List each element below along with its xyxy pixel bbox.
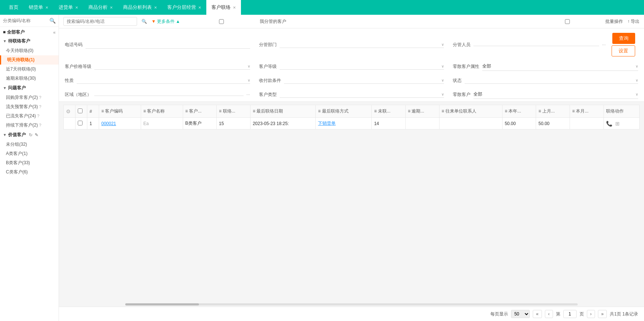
region-dots-btn[interactable]: ··· bbox=[246, 92, 250, 97]
close-icon[interactable]: ✕ bbox=[75, 6, 78, 10]
page-number-input[interactable] bbox=[563, 310, 577, 318]
sidebar-item-class-c[interactable]: C类客户(6) bbox=[0, 168, 59, 177]
table-row: 1 000021 Ea B类客户 15 2023-05-23 18:25: 下销… bbox=[64, 118, 640, 130]
query-btn[interactable]: 查询 bbox=[612, 33, 635, 44]
horizontal-scrollbar[interactable] bbox=[59, 302, 644, 307]
my-customers-checkbox[interactable]: 我分管的客户 bbox=[185, 18, 286, 25]
phone-input[interactable] bbox=[85, 41, 250, 49]
call-icon[interactable]: 📞 bbox=[606, 121, 612, 127]
price-level-select[interactable]: ∨ bbox=[94, 63, 250, 70]
td-last-month: 50.00 bbox=[536, 118, 570, 130]
sidebar-item-declining[interactable]: 持续下滑客户(2) ? bbox=[0, 121, 59, 130]
payment-terms-select[interactable]: ∨ bbox=[284, 77, 444, 84]
td-last-contact-type[interactable]: 下销货单 bbox=[316, 118, 372, 130]
per-page-select[interactable]: 50 100 bbox=[511, 310, 530, 318]
batch-op-btn[interactable]: 批量操作 bbox=[531, 18, 623, 25]
sidebar-item-class-b[interactable]: B类客户(33) bbox=[0, 158, 59, 168]
td-checkbox bbox=[76, 118, 87, 130]
sidebar-item-tomorrow-contact[interactable]: 明天待联络(1) bbox=[0, 55, 59, 65]
filter-payment-terms: 收付款条件 ∨ bbox=[259, 75, 444, 86]
manager-select[interactable] bbox=[473, 44, 599, 46]
sidebar-item-today-contact[interactable]: 今天待联络(0) bbox=[0, 46, 59, 55]
page-suffix: 页 bbox=[580, 311, 584, 317]
last-page-btn[interactable]: » bbox=[598, 310, 607, 318]
first-page-btn[interactable]: « bbox=[533, 310, 542, 318]
refresh-icon[interactable]: ↻ bbox=[29, 132, 32, 138]
my-customers-check[interactable] bbox=[185, 19, 258, 24]
triangle-icon: ▼ bbox=[3, 86, 7, 90]
sidebar-item-overdue-contact[interactable]: 逾期未联络(30) bbox=[0, 74, 59, 83]
customer-type-select[interactable]: ∨ bbox=[280, 91, 444, 98]
sidebar-item-class-a[interactable]: A类客户(1) bbox=[0, 149, 59, 158]
region-select[interactable] bbox=[94, 93, 244, 96]
manager-dots-btn[interactable]: ··· bbox=[602, 42, 606, 47]
customer-code-link[interactable]: 000021 bbox=[101, 121, 116, 126]
export-btn[interactable]: ↑ 导出 bbox=[627, 18, 640, 25]
retail-attr-select[interactable]: 全部 ∨ bbox=[482, 62, 638, 71]
sidebar-item-unclassified[interactable]: 未分组(32) bbox=[0, 140, 59, 149]
triangle-icon: ▼ bbox=[3, 39, 7, 43]
more-conditions-btn[interactable]: ▼ 更多条件 ▲ bbox=[151, 18, 180, 25]
th-code: ≡ 客户编码 bbox=[99, 105, 141, 118]
advanced-filter: 电话号码 分管部门 ∨ 分管人员 ··· 查询 设置 bbox=[59, 28, 644, 102]
filter-dept: 分管部门 ∨ bbox=[259, 31, 444, 58]
edit-icon[interactable]: ✎ bbox=[35, 132, 38, 138]
group-pending-contact: ▼ 待联络客户 bbox=[0, 36, 59, 46]
last-contact-link[interactable]: 下销货单 bbox=[318, 121, 336, 126]
collapse-icon[interactable]: « bbox=[53, 30, 56, 35]
sidebar-item-loss-warning[interactable]: 流失预警客户(3) ? bbox=[0, 102, 59, 111]
select-all-checkbox[interactable] bbox=[78, 108, 83, 113]
nav-customer-segmentation[interactable]: 客户分层经营 ✕ bbox=[162, 0, 206, 15]
td-code[interactable]: 000021 bbox=[99, 118, 141, 130]
close-icon[interactable]: ✕ bbox=[45, 6, 48, 10]
close-icon[interactable]: ✕ bbox=[198, 6, 201, 10]
nav-product-analysis-list[interactable]: 商品分析列表 ✕ bbox=[118, 0, 162, 15]
th-last-contact-date: ≡ 最后联络日期 bbox=[250, 105, 315, 118]
chevron-down-icon: ∨ bbox=[636, 78, 638, 82]
chevron-down-icon: ∨ bbox=[636, 92, 638, 96]
prev-page-btn[interactable]: ‹ bbox=[545, 310, 553, 318]
filter-customer-level: 客户等级 ∨ bbox=[259, 61, 444, 72]
chevron-down-icon: ∨ bbox=[248, 64, 250, 68]
row-checkbox[interactable] bbox=[78, 121, 83, 125]
customer-level-select[interactable]: ∨ bbox=[280, 63, 444, 70]
sidebar-search-icon[interactable]: 🔍 bbox=[49, 18, 56, 24]
close-icon[interactable]: ✕ bbox=[154, 6, 157, 10]
th-unit-contact: ≡ 往来单位联系人 bbox=[439, 105, 502, 118]
nav-product-analysis[interactable]: 商品分析 ✕ bbox=[83, 0, 118, 15]
triangle-icon: ▼ bbox=[3, 133, 7, 137]
th-num: # bbox=[87, 105, 99, 118]
th-action: 联络动作 bbox=[603, 105, 639, 118]
action-icons: 📞 ⊞ bbox=[606, 121, 637, 127]
th-this-year: ≡ 本年... bbox=[502, 105, 536, 118]
th-type: ≡ 客户... bbox=[183, 105, 217, 118]
nav-purchase[interactable]: 进货单 ✕ bbox=[53, 0, 83, 15]
close-icon[interactable]: ✕ bbox=[110, 6, 113, 10]
td-last-contact-date: 2023-05-23 18:25: bbox=[250, 118, 315, 130]
search-input[interactable] bbox=[63, 17, 137, 26]
sidebar-search-input[interactable] bbox=[3, 18, 49, 23]
dept-select[interactable]: ∨ bbox=[280, 41, 444, 48]
next-page-btn[interactable]: › bbox=[587, 310, 595, 318]
nav-sales[interactable]: 销货单 ✕ bbox=[24, 0, 53, 15]
th-this-month: ≡ 本月... bbox=[570, 105, 604, 118]
nav-home[interactable]: 首页 bbox=[4, 0, 24, 15]
set-btn[interactable]: 设置 bbox=[612, 45, 635, 56]
retail-customer-select[interactable]: 全部 ∨ bbox=[473, 90, 638, 99]
menu-icon[interactable]: ⊞ bbox=[615, 121, 620, 127]
settings-icon[interactable]: ⚙ bbox=[66, 108, 71, 114]
sidebar-item-7days-contact[interactable]: 近7天待联络(0) bbox=[0, 65, 59, 74]
page-label: 第 bbox=[556, 311, 560, 317]
nature-select[interactable]: ∨ bbox=[77, 77, 250, 84]
th-no-contact: ≡ 未联... bbox=[372, 105, 406, 118]
sidebar-item-repurchase-abnormal[interactable]: 回购异常客户(2) ? bbox=[0, 93, 59, 102]
nav-customer-contact[interactable]: 客户联络 ✕ bbox=[206, 0, 241, 15]
close-icon[interactable]: ✕ bbox=[233, 6, 236, 10]
sidebar-item-lost[interactable]: 已流失客户(24) ? bbox=[0, 111, 59, 121]
status-select[interactable]: ∨ bbox=[465, 77, 638, 84]
all-customers-section[interactable]: ■ 全部客户 « bbox=[0, 27, 59, 36]
th-settings[interactable]: ⚙ bbox=[64, 105, 76, 118]
scrollbar-thumb[interactable] bbox=[125, 303, 199, 306]
batch-op-check[interactable] bbox=[531, 19, 604, 24]
filter-search-icon[interactable]: 🔍 bbox=[141, 19, 147, 24]
